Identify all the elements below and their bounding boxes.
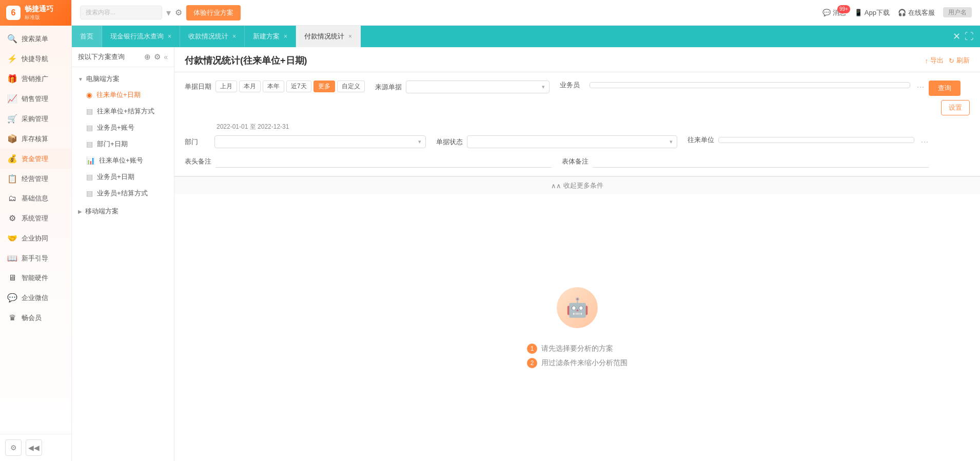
page-title: 付款情况统计(往来单位+日期)	[185, 54, 307, 67]
tab-cash-close[interactable]: ×	[168, 33, 171, 40]
tab-payment-close[interactable]: ×	[348, 33, 352, 40]
maximize-button[interactable]: ⛶	[965, 31, 974, 42]
sidebar-item-marketing[interactable]: 🎁 营销推广	[0, 69, 71, 89]
refresh-icon: ↻	[949, 57, 954, 65]
gear-icon: ⚙	[7, 213, 17, 223]
topbar-message[interactable]: 💬 消息 99+	[822, 8, 846, 17]
tab-cash[interactable]: 现金银行流水查询 ×	[102, 26, 180, 47]
sidebar-item-quick[interactable]: ⚡ 快捷导航	[0, 49, 71, 69]
tab-receipt[interactable]: 收款情况统计 ×	[180, 26, 245, 47]
this-month-btn[interactable]: 本月	[239, 81, 261, 92]
query-area: 查询 设置	[929, 81, 970, 115]
search-icon: 🔍	[7, 34, 17, 44]
sidebar-item-purchase[interactable]: 🛒 采购管理	[0, 109, 71, 129]
custom-btn[interactable]: 自定义	[337, 81, 365, 92]
try-industry-button[interactable]: 体验行业方案	[186, 5, 241, 21]
tab-receipt-close[interactable]: ×	[232, 33, 236, 40]
group-desktop-label: 电脑端方案	[86, 74, 120, 84]
last-month-btn[interactable]: 上月	[215, 81, 237, 92]
sidebar-item-inventory[interactable]: 📦 库存核算	[0, 129, 71, 149]
more-btn[interactable]: 更多	[313, 81, 335, 92]
last-7-btn[interactable]: 近7天	[286, 81, 311, 92]
tab-receipt-label: 收款情况统计	[188, 32, 228, 41]
scheme-item-unit-account-label: 往来单位+账号	[99, 156, 143, 165]
tab-new-close[interactable]: ×	[284, 33, 287, 40]
box-icon: 📦	[7, 134, 17, 144]
scheme-item-unit-settle[interactable]: ▤ 往来单位+结算方式	[72, 103, 174, 119]
topbar-search-text: 搜索内容...	[86, 9, 115, 16]
sidebar-item-guide[interactable]: 📖 新手引导	[0, 248, 71, 268]
sidebar-item-finance[interactable]: 💰 资金管理	[0, 149, 71, 169]
phone-icon: 📱	[854, 9, 863, 16]
sidebar-item-member[interactable]: ♛ 畅会员	[0, 308, 71, 328]
topbar-dropdown-icon[interactable]: ▾	[166, 7, 171, 18]
topbar-user[interactable]: 用户名	[943, 8, 972, 17]
collapse-bar[interactable]: ∧∧ 收起更多条件	[174, 176, 980, 194]
refresh-button[interactable]: ↻ 刷新	[949, 56, 970, 65]
collapse-scheme-button[interactable]: «	[164, 53, 168, 61]
table-head-note-input[interactable]	[215, 155, 552, 168]
sidebar-item-sales[interactable]: 📈 销售管理	[0, 89, 71, 109]
source-label: 来源单据	[375, 83, 402, 92]
headset-icon: 🎧	[898, 9, 906, 16]
salesperson-select[interactable]	[590, 82, 910, 88]
source-select[interactable]: ▾	[406, 81, 550, 93]
app-edition: 标准版	[25, 14, 53, 21]
scheme-group-desktop-title[interactable]: ▼ 电脑端方案	[72, 71, 174, 87]
settings-button[interactable]: 设置	[941, 100, 970, 115]
partner-dots[interactable]: …	[920, 135, 929, 145]
scheme-item-unit-settle-label: 往来单位+结算方式	[97, 107, 154, 116]
sidebar-item-operation[interactable]: 📋 经营管理	[0, 169, 71, 189]
topbar-online-service[interactable]: 🎧 在线客服	[898, 8, 935, 17]
sidebar-item-weixin[interactable]: 💬 企业微信	[0, 288, 71, 308]
sidebar-item-search-label: 搜索菜单	[22, 34, 48, 44]
sidebar-item-corp[interactable]: 🤝 企业协同	[0, 228, 71, 248]
partner-select[interactable]	[718, 137, 914, 143]
table-body-note-input[interactable]	[593, 155, 929, 168]
close-all-tabs-button[interactable]: ✕	[953, 31, 961, 42]
empty-hints: 1 请先选择要分析的方案 2 用过滤条件来缩小分析范围	[527, 344, 628, 368]
topbar-right: 💬 消息 99+ 📱 App下载 🎧 在线客服 用户名	[822, 8, 972, 17]
query-button[interactable]: 查询	[929, 81, 961, 96]
this-year-btn[interactable]: 本年	[263, 81, 284, 92]
sidebar-footer: ⚙ ◀◀	[0, 434, 71, 461]
sidebar-item-system[interactable]: ⚙ 系统管理	[0, 208, 71, 228]
topbar-app-download[interactable]: 📱 App下载	[854, 8, 890, 17]
settings-footer-button[interactable]: ⚙	[5, 439, 22, 456]
scheme-item-unit-account[interactable]: 📊 往来单位+账号	[72, 152, 174, 169]
scheme-item-staff-settle[interactable]: ▤ 业务员+结算方式	[72, 185, 174, 202]
export-icon: ↑	[925, 57, 929, 65]
topbar-gear-icon[interactable]: ⚙	[175, 8, 182, 17]
scheme-item-dept-date[interactable]: ▤ 部门+日期	[72, 136, 174, 152]
topbar: 搜索内容... ▾ ⚙ 体验行业方案 💬 消息 99+ 📱 App下载 🎧 在线…	[72, 0, 980, 26]
tab-new[interactable]: 新建方案 ×	[245, 26, 296, 47]
doc-status-select[interactable]: ▾	[467, 135, 677, 148]
finance-icon: 💰	[7, 154, 17, 164]
doc-status-arrow: ▾	[670, 138, 673, 145]
salesperson-dots[interactable]: …	[916, 81, 925, 90]
scheme-item-unit-date-label: 往来单位+日期	[96, 90, 141, 99]
export-button[interactable]: ↑ 导出	[925, 56, 944, 65]
scheme-item-staff-account[interactable]: ▤ 业务员+账号	[72, 119, 174, 136]
partner-label: 往来单位	[688, 135, 714, 145]
tabbar-actions: ✕ ⛶	[947, 26, 980, 47]
cart-icon: 🛒	[7, 114, 17, 124]
service-label: 在线客服	[908, 8, 935, 17]
sidebar-item-search[interactable]: 🔍 搜索菜单	[0, 29, 71, 49]
main-area: 搜索内容... ▾ ⚙ 体验行业方案 💬 消息 99+ 📱 App下载 🎧 在线…	[72, 0, 980, 461]
group-mobile-label: 移动端方案	[85, 207, 119, 216]
scheme-group-mobile-title[interactable]: ▶ 移动端方案	[72, 204, 174, 219]
add-scheme-button[interactable]: ⊕	[144, 52, 151, 62]
scheme-settings-button[interactable]: ⚙	[154, 52, 161, 62]
collapse-sidebar-button[interactable]: ◀◀	[26, 439, 42, 456]
tab-payment[interactable]: 付款情况统计 ×	[296, 26, 361, 47]
scheme-item-icon-3: ▤	[86, 124, 93, 132]
scheme-item-staff-date[interactable]: ▤ 业务员+日期	[72, 169, 174, 185]
export-label: 导出	[930, 56, 944, 65]
monitor-icon: 🖥	[7, 273, 17, 283]
dept-select[interactable]: ▾	[214, 135, 426, 148]
sidebar-item-hardware[interactable]: 🖥 智能硬件	[0, 268, 71, 288]
tab-home[interactable]: 首页	[72, 26, 102, 47]
sidebar-item-basic[interactable]: 🗂 基础信息	[0, 189, 71, 208]
scheme-item-unit-date[interactable]: ◉ 往来单位+日期	[72, 87, 174, 103]
